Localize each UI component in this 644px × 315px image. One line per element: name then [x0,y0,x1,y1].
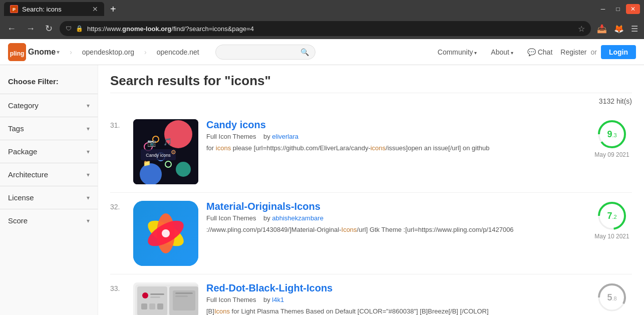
svg-rect-34 [150,296,160,298]
header-search[interactable]: 🔍 [215,45,315,60]
reddot-desc-highlight: Icons [214,307,230,315]
svg-text:🎵: 🎵 [163,138,172,146]
nav-bar: ← → ↻ 🛡 🔒 https://www.gnome-look.org/fin… [0,18,644,39]
main-layout: Choose Filter: Category ▾ Tags ▾ Package… [0,65,644,315]
pocket-icon[interactable]: 📥 [595,22,609,36]
svg-point-32 [142,292,148,298]
license-filter-label[interactable]: License ▾ [0,186,98,209]
candy-icons-thumbnail[interactable]: Candy icons 📷 🎵 📁 ⚙ [133,119,198,184]
architecture-arrow-icon: ▾ [87,171,90,178]
material-icons-title[interactable]: Material-Originals-Icons [206,201,320,212]
tab-bar: P Search: icons ✕ + ─ □ ✕ [0,0,644,18]
search-results-content: Search results for "icons" 3132 hit(s) 3… [98,65,644,315]
reddot-score-value: 5.8 [607,292,616,303]
extension-icon[interactable]: 🦊 [612,22,626,36]
about-nav-link[interactable]: About [485,46,519,58]
browser-window: P Search: icons ✕ + ─ □ ✕ ← → ↻ 🛡 🔒 http… [0,0,644,39]
svg-rect-39 [175,292,193,294]
candy-icons-score: 9.3 May 09 2021 [592,119,632,158]
shield-icon: 🛡 [66,25,72,32]
chat-label: Chat [538,48,553,56]
url-text: https://www.gnome-look.org/find/?search=… [87,25,254,33]
opencode-link[interactable]: opencode.net [157,48,199,56]
tab-title: Search: icons [22,6,62,13]
refresh-button[interactable]: ↻ [42,21,56,36]
menu-icon[interactable]: ☰ [629,22,640,36]
package-filter[interactable]: Package ▾ [0,140,98,163]
score-filter[interactable]: Score ▾ [0,209,98,232]
license-arrow-icon: ▾ [87,194,90,201]
svg-text:P: P [13,7,16,12]
architecture-filter-label[interactable]: Architecture ▾ [0,163,98,186]
package-filter-label[interactable]: Package ▾ [0,140,98,163]
tags-filter-label[interactable]: Tags ▾ [0,117,98,140]
svg-point-24 [162,229,170,237]
hits-count: 3132 hit(s) [110,93,632,105]
svg-text:📁: 📁 [143,159,151,167]
tags-arrow-icon: ▾ [87,125,90,132]
active-tab[interactable]: P Search: icons ✕ [4,2,104,16]
reddot-icons-thumbnail[interactable] [133,282,198,315]
score-arrow-icon: ▾ [87,217,90,224]
material-icons-by: by [263,214,270,222]
forward-button[interactable]: → [23,22,38,36]
reddot-icons-desc: [B]Icons for Light Plasma Themes Based o… [206,306,584,315]
tags-filter[interactable]: Tags ▾ [0,117,98,140]
candy-icons-author[interactable]: eliverlara [272,133,298,140]
reddot-score-circle: 5.8 [597,282,627,312]
architecture-filter[interactable]: Architecture ▾ [0,163,98,186]
category-filter[interactable]: Category ▾ [0,94,98,117]
address-bar[interactable]: 🛡 🔒 https://www.gnome-look.org/find/?sea… [60,21,591,36]
new-tab-button[interactable]: + [106,4,120,15]
minimize-button[interactable]: ─ [596,4,610,14]
community-nav-link[interactable]: Community [432,46,483,58]
search-title: Search results for "icons" [110,73,632,89]
svg-text:📷: 📷 [147,139,156,147]
candy-icons-meta: Full Icon Themes by eliverlara [206,133,584,140]
result-item-candy: 31. Candy icons 📷 [110,111,632,193]
material-desc-highlight: Icons [342,226,357,233]
login-button[interactable]: Login [601,45,636,59]
license-filter[interactable]: License ▾ [0,186,98,209]
lock-icon: 🔒 [76,25,83,32]
material-icons-author[interactable]: abhishekzambare [272,214,324,222]
reddot-icons-author[interactable]: l4k1 [272,296,284,303]
header-nav: Community About 💬 Chat Register or Login [432,45,636,59]
browser-toolbar-icons: 📥 🦊 ☰ [595,22,640,36]
close-button[interactable]: ✕ [626,4,640,14]
bookmark-icon[interactable]: ☆ [578,24,585,34]
svg-rect-35 [141,303,147,309]
opendesktop-link[interactable]: opendesktop.org [82,48,134,56]
score-label: Score [8,216,28,225]
candy-icons-info: Candy icons Full Icon Themes by eliverla… [206,119,584,153]
chat-nav-link[interactable]: 💬 Chat [521,46,559,58]
site-header: pling Gnome ▾ › opendesktop.org › openco… [0,39,644,65]
site-name: Gnome [28,48,56,57]
svg-rect-36 [149,303,155,309]
material-score-circle: 7.2 [597,201,627,231]
chevron-down-icon: ▾ [57,49,60,56]
category-filter-label[interactable]: Category ▾ [0,94,98,117]
site-logo[interactable]: pling [8,43,26,61]
package-arrow-icon: ▾ [87,148,90,155]
score-filter-label[interactable]: Score ▾ [0,209,98,232]
result-number-31: 31. [110,119,125,129]
candy-icons-title[interactable]: Candy icons [206,119,266,130]
candy-score-circle: 9.3 [597,119,627,149]
material-icons-thumbnail[interactable] [133,201,198,266]
maximize-button[interactable]: □ [611,4,625,14]
candy-score-value: 9.3 [607,129,616,140]
search-input[interactable] [222,48,297,56]
register-link[interactable]: Register [560,48,586,56]
candy-desc-highlight2: icons [371,144,386,152]
material-icons-info: Material-Originals-Icons Full Icon Theme… [206,201,584,235]
reddot-icons-category: Full Icon Themes [206,296,256,303]
url-display: https://www.gnome-look.org/find/?search=… [87,25,254,33]
result-number-33: 33. [110,282,125,292]
site-name-area: Gnome ▾ [28,48,60,57]
svg-rect-40 [175,295,188,297]
tab-close-button[interactable]: ✕ [92,5,98,13]
svg-point-7 [176,162,191,177]
reddot-icons-title[interactable]: Red-Dot-Black-Light-Icons [206,282,333,293]
back-button[interactable]: ← [4,22,19,36]
